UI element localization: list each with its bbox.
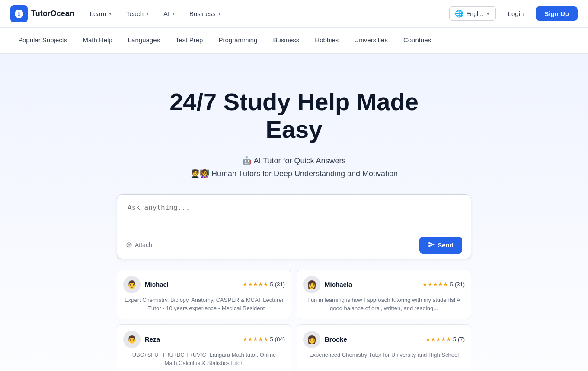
subnav-test-prep[interactable]: Test Prep — [168, 28, 211, 53]
attach-button[interactable]: ⊕ Attach — [126, 240, 152, 250]
chevron-down-icon: ▼ — [486, 11, 490, 16]
tutor-name-michael: Michael — [145, 281, 169, 288]
tutor-header: 👩 Brooke ★★★★★ 5 (7) — [303, 331, 465, 348]
tutor-desc-brooke: Experienced Chemistry Tutor for Universi… — [303, 351, 465, 359]
subnav-universities[interactable]: Universities — [346, 28, 396, 53]
send-icon — [428, 241, 435, 249]
tutor-desc-michaela: Fun in learning is how I approach tutori… — [303, 296, 465, 313]
tutor-rating-brooke: ★★★★★ 5 (7) — [425, 336, 465, 342]
hero-ai-line: 🤖 AI Tutor for Quick Answers — [10, 154, 578, 168]
tutor-rating-reza: ★★★★★ 5 (84) — [243, 336, 285, 342]
review-count-michael: (31) — [275, 281, 285, 288]
subnav-languages[interactable]: Languages — [120, 28, 168, 53]
review-count-brooke: (7) — [458, 336, 465, 342]
review-count-michaela: (31) — [455, 281, 465, 288]
login-button[interactable]: Login — [501, 6, 531, 21]
hero-title: 24/7 Study Help Made Easy — [143, 88, 445, 144]
avatar-reza: 👨 — [123, 331, 141, 348]
logo-svg — [14, 9, 24, 19]
navbar-right: 🌐 Engl... ▼ Login Sign Up — [449, 6, 578, 21]
stars-icon: ★★★★★ — [243, 336, 268, 342]
navbar: TutorOcean Learn ▼ Teach ▼ AI ▼ Business… — [0, 0, 588, 28]
subnav-business[interactable]: Business — [265, 28, 307, 53]
language-selector[interactable]: 🌐 Engl... ▼ — [449, 6, 496, 21]
tutor-card-michael[interactable]: 👨 Michael ★★★★★ 5 (31) Expert Chemistry,… — [117, 270, 291, 319]
nav-business-label: Business — [189, 10, 216, 17]
stars-icon: ★★★★★ — [425, 336, 451, 342]
nav-learn-label: Learn — [90, 10, 106, 17]
subnav-countries[interactable]: Countries — [396, 28, 439, 53]
nav-teach[interactable]: Teach ▼ — [121, 6, 155, 21]
logo-text: TutorOcean — [31, 9, 74, 18]
rating-value-michaela: 5 — [450, 281, 453, 288]
globe-icon: 🌐 — [455, 10, 463, 18]
signup-button[interactable]: Sign Up — [536, 6, 578, 21]
tutor-name-reza: Reza — [145, 336, 160, 343]
tutor-header: 👨 Michael ★★★★★ 5 (31) — [123, 276, 285, 293]
subnav-math-help[interactable]: Math Help — [75, 28, 120, 53]
attach-label: Attach — [135, 241, 152, 248]
subnav-hobbies[interactable]: Hobbies — [307, 28, 346, 53]
search-box: ⊕ Attach Send — [117, 194, 471, 259]
tutor-left: 👩 Brooke — [303, 331, 347, 348]
nav-learn[interactable]: Learn ▼ — [85, 6, 118, 21]
subnav-popular-subjects[interactable]: Popular Subjects — [10, 28, 75, 53]
send-button[interactable]: Send — [419, 237, 462, 254]
tutor-left: 👩 Michaela — [303, 276, 352, 293]
language-label: Engl... — [466, 10, 483, 17]
hero-human-line: 🧑‍🎓👩‍🏫 Human Tutors for Deep Understandi… — [10, 167, 578, 181]
logo[interactable]: TutorOcean — [10, 5, 74, 22]
chevron-down-icon: ▼ — [217, 11, 222, 16]
nav-teach-label: Teach — [126, 10, 144, 17]
navbar-left: TutorOcean Learn ▼ Teach ▼ AI ▼ Business… — [10, 5, 227, 22]
tutor-left: 👨 Michael — [123, 276, 169, 293]
nav-ai[interactable]: AI ▼ — [158, 6, 181, 21]
stars-icon: ★★★★★ — [243, 281, 268, 288]
nav-business[interactable]: Business ▼ — [184, 6, 227, 21]
send-label: Send — [438, 241, 454, 249]
tutor-rating-michaela: ★★★★★ 5 (31) — [422, 281, 465, 288]
tutor-name-michaela: Michaela — [325, 281, 352, 288]
plus-circle-icon: ⊕ — [126, 240, 132, 250]
tutor-desc-reza: UBC+SFU+TRU+BCIT+UVIC+Langara Math tutor… — [123, 351, 285, 368]
tutor-name-brooke: Brooke — [325, 336, 347, 343]
avatar-michael: 👨 — [123, 276, 141, 293]
rating-value-brooke: 5 — [453, 336, 456, 342]
rating-value-reza: 5 — [270, 336, 273, 342]
tutor-left: 👨 Reza — [123, 331, 160, 348]
tutor-card-reza[interactable]: 👨 Reza ★★★★★ 5 (84) UBC+SFU+TRU+BCIT+UVI… — [117, 324, 291, 371]
tutors-grid: 👨 Michael ★★★★★ 5 (31) Expert Chemistry,… — [117, 270, 471, 371]
avatar-michaela: 👩 — [303, 276, 320, 293]
chevron-down-icon: ▼ — [108, 11, 112, 16]
search-footer: ⊕ Attach Send — [117, 231, 471, 259]
tutor-card-brooke[interactable]: 👩 Brooke ★★★★★ 5 (7) Experienced Chemist… — [297, 324, 471, 371]
tutor-desc-michael: Expert Chemistry, Biology, Anatomy, CASP… — [123, 296, 285, 313]
rating-value-michael: 5 — [270, 281, 273, 288]
avatar-brooke: 👩 — [303, 331, 320, 348]
subnav-programming[interactable]: Programming — [211, 28, 265, 53]
chevron-down-icon: ▼ — [171, 11, 176, 16]
tutor-header: 👩 Michaela ★★★★★ 5 (31) — [303, 276, 465, 293]
subnav: Popular Subjects Math Help Languages Tes… — [0, 28, 588, 54]
nav-ai-label: AI — [163, 10, 169, 17]
stars-icon: ★★★★★ — [422, 281, 448, 288]
logo-icon — [10, 5, 28, 22]
tutor-rating-michael: ★★★★★ 5 (31) — [243, 281, 285, 288]
tutor-card-michaela[interactable]: 👩 Michaela ★★★★★ 5 (31) Fun in learning … — [297, 270, 471, 319]
chevron-down-icon: ▼ — [145, 11, 150, 16]
review-count-reza: (84) — [275, 336, 285, 342]
hero-section: 24/7 Study Help Made Easy 🤖 AI Tutor for… — [0, 54, 588, 371]
tutor-header: 👨 Reza ★★★★★ 5 (84) — [123, 331, 285, 348]
search-input[interactable] — [117, 195, 471, 229]
